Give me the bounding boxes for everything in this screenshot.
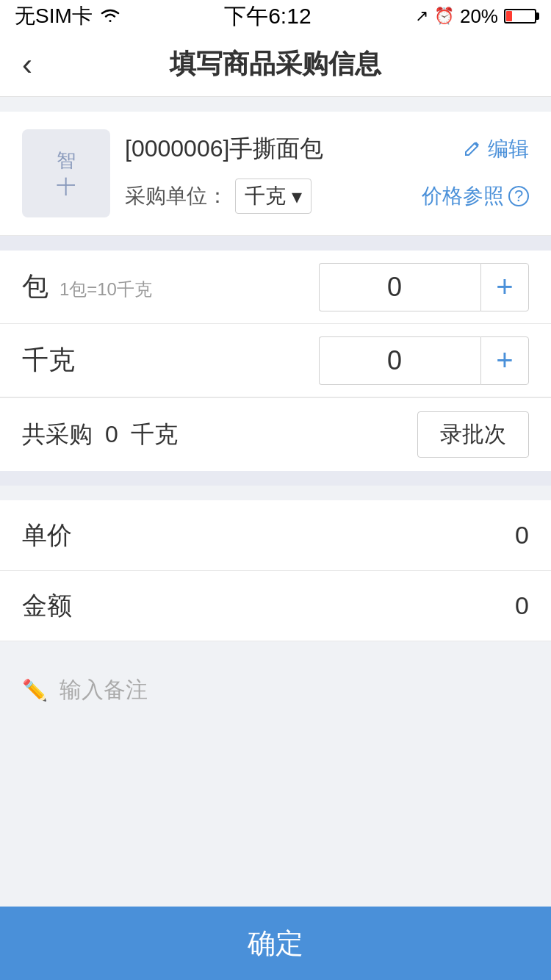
summary-prefix: 共采购 xyxy=(22,421,93,447)
kg-label-group: 千克 xyxy=(22,342,110,378)
pencil-icon: ✏️ xyxy=(22,678,48,702)
page-title: 填写商品采购信息 xyxy=(170,46,381,82)
note-placeholder: 输入备注 xyxy=(60,675,148,705)
bao-input-row: 包 1包=10千克 + xyxy=(0,251,551,324)
back-button[interactable]: ‹ xyxy=(22,47,32,82)
kg-qty-control: + xyxy=(319,336,529,385)
bao-plus-button[interactable]: + xyxy=(480,263,529,311)
confirm-footer[interactable]: 确定 xyxy=(0,907,551,980)
product-name: [0000006]手撕面包 xyxy=(125,133,323,165)
bao-label-group: 包 1包=10千克 xyxy=(22,269,152,305)
battery-icon xyxy=(504,9,536,24)
unit-price-label: 单价 xyxy=(22,519,72,552)
summary-text: 共采购 0 千克 xyxy=(22,419,178,451)
quantity-input-section: 包 1包=10千克 + 千克 + 共采购 0 千 xyxy=(0,251,551,471)
unit-price-row: 单价 0 xyxy=(0,500,551,571)
edit-button[interactable]: 编辑 xyxy=(463,135,529,163)
alarm-icon: ⏰ xyxy=(434,7,454,26)
kg-plus-button[interactable]: + xyxy=(480,336,529,385)
price-ref-label: 价格参照 xyxy=(422,182,504,210)
battery-percent: 20% xyxy=(460,5,498,28)
status-right: ↗ ⏰ 20% xyxy=(415,5,536,28)
carrier-text: 无SIM卡 xyxy=(15,2,93,30)
summary-row: 共采购 0 千克 录批次 xyxy=(0,397,551,471)
product-image: 智 十 xyxy=(22,129,110,217)
help-icon: ? xyxy=(508,186,529,206)
record-batch-button[interactable]: 录批次 xyxy=(417,411,529,458)
location-icon: ↗ xyxy=(415,7,428,26)
price-section: 单价 0 金额 0 xyxy=(0,500,551,641)
status-left: 无SIM卡 xyxy=(15,2,120,30)
bao-sublabel: 1包=10千克 xyxy=(60,279,152,299)
dropdown-arrow-icon: ▾ xyxy=(292,184,302,209)
summary-unit: 千克 xyxy=(131,421,178,447)
section-divider-2 xyxy=(0,471,551,486)
confirm-button-label: 确定 xyxy=(248,925,303,962)
summary-quantity: 0 xyxy=(105,421,118,447)
unit-row: 采购单位： 千克 ▾ 价格参照 ? xyxy=(125,179,529,214)
status-time: 下午6:12 xyxy=(224,1,311,32)
amount-row: 金额 0 xyxy=(0,571,551,641)
product-logo: 智 十 xyxy=(57,147,76,201)
amount-value: 0 xyxy=(515,591,529,620)
product-info: [0000006]手撕面包 编辑 采购单位： 千克 ▾ xyxy=(125,133,529,214)
unit-price-value: 0 xyxy=(515,521,529,550)
edit-label: 编辑 xyxy=(488,135,529,163)
kg-label: 千克 xyxy=(22,345,75,375)
unit-value: 千克 xyxy=(245,182,286,210)
wifi-icon xyxy=(100,4,120,28)
product-card: 智 十 [0000006]手撕面包 编辑 采购单位： 千 xyxy=(0,112,551,236)
section-divider-1 xyxy=(0,236,551,251)
unit-label: 采购单位： xyxy=(125,182,228,210)
note-section[interactable]: ✏️ 输入备注 xyxy=(0,656,551,724)
bao-qty-control: + xyxy=(319,263,529,311)
kg-input-row: 千克 + xyxy=(0,324,551,397)
product-name-row: [0000006]手撕面包 编辑 xyxy=(125,133,529,165)
price-reference-button[interactable]: 价格参照 ? xyxy=(422,182,529,210)
unit-select[interactable]: 千克 ▾ xyxy=(235,179,311,214)
bao-label: 包 xyxy=(22,271,48,301)
bao-quantity-input[interactable] xyxy=(319,263,480,311)
nav-bar: ‹ 填写商品采购信息 xyxy=(0,32,551,97)
amount-label: 金额 xyxy=(22,589,72,623)
status-bar: 无SIM卡 下午6:12 ↗ ⏰ 20% xyxy=(0,0,551,32)
kg-quantity-input[interactable] xyxy=(319,336,480,385)
